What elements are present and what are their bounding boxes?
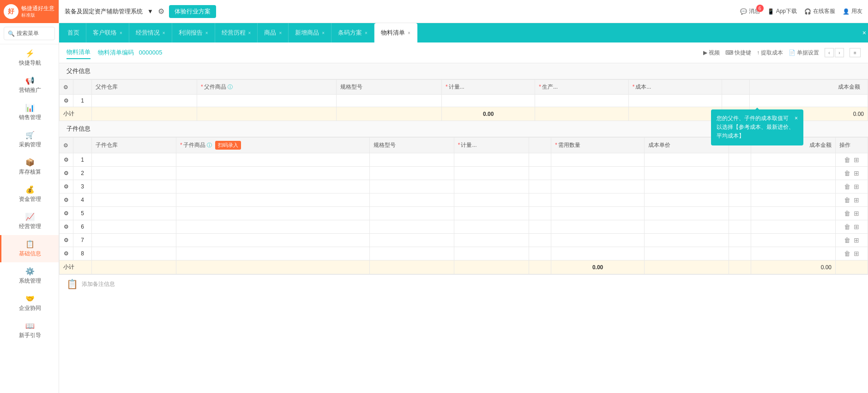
- parent-row-product[interactable]: [197, 95, 337, 107]
- copy-icon-3[interactable]: ⊞: [854, 183, 859, 190]
- tab-item-8[interactable]: 物料清单×: [374, 23, 417, 42]
- copy-icon-8[interactable]: ⊞: [854, 250, 859, 257]
- copy-icon-6[interactable]: ⊞: [854, 223, 859, 230]
- delete-icon-4[interactable]: 🗑: [844, 196, 850, 204]
- tab-close-7[interactable]: ×: [365, 30, 368, 36]
- child-row-warehouse-7[interactable]: [92, 234, 176, 247]
- child-row-need-qty-5[interactable]: [551, 207, 645, 220]
- child-row-warehouse-5[interactable]: [92, 207, 176, 220]
- child-row-unit-cost-4[interactable]: [644, 193, 729, 207]
- child-row-product-2[interactable]: [176, 167, 370, 180]
- copy-icon-4[interactable]: ⊞: [854, 196, 859, 204]
- tabbar-close-all[interactable]: ×: [859, 29, 866, 36]
- tab-item-2[interactable]: 经营情况×: [129, 23, 172, 42]
- delete-icon-3[interactable]: 🗑: [844, 183, 850, 190]
- tab-close-1[interactable]: ×: [120, 30, 122, 36]
- parent-row-settings[interactable]: ⚙: [60, 95, 73, 107]
- child-row-measure-4[interactable]: [454, 193, 529, 207]
- copy-icon-2[interactable]: ⊞: [854, 169, 859, 177]
- parent-row-measure[interactable]: [441, 95, 535, 107]
- experience-button[interactable]: 体验行业方案: [169, 5, 216, 18]
- child-row-unit-cost-5[interactable]: [644, 207, 729, 220]
- sidebar-item-2[interactable]: 📢营销推广: [0, 72, 59, 99]
- child-row-settings-6[interactable]: ⚙: [60, 220, 73, 234]
- child-row-measure-6[interactable]: [454, 220, 529, 234]
- message-button[interactable]: 💬 消息 6: [740, 7, 760, 15]
- child-row-measure-7[interactable]: [454, 234, 529, 247]
- child-row-warehouse-6[interactable]: [92, 220, 176, 234]
- child-row-warehouse-8[interactable]: [92, 247, 176, 260]
- child-row-settings-8[interactable]: ⚙: [60, 247, 73, 260]
- tab-item-5[interactable]: 商品×: [258, 23, 289, 42]
- child-row-warehouse-2[interactable]: [92, 167, 176, 180]
- settings-icon[interactable]: ⚙: [158, 7, 164, 16]
- child-row-product-6[interactable]: [176, 220, 370, 234]
- search-menu-button[interactable]: 🔍 搜索菜单: [4, 27, 55, 40]
- child-row-need-qty-4[interactable]: [551, 193, 645, 207]
- single-settings-button[interactable]: 📄 单据设置: [789, 49, 819, 57]
- parent-row-warehouse[interactable]: [92, 95, 197, 107]
- list-view-button[interactable]: ≡: [850, 48, 861, 57]
- child-row-unit-cost-7[interactable]: [644, 234, 729, 247]
- shortcut-button[interactable]: ⌨ 快捷键: [725, 49, 751, 57]
- sidebar-item-8[interactable]: 📋基础信息: [0, 235, 59, 262]
- sidebar-item-6[interactable]: 💰资金管理: [0, 181, 59, 208]
- sidebar-item-4[interactable]: 🛒采购管理: [0, 126, 59, 153]
- child-row-product-7[interactable]: [176, 234, 370, 247]
- tab-close-3[interactable]: ×: [205, 30, 208, 36]
- copy-icon-1[interactable]: ⊞: [854, 156, 859, 163]
- child-row-settings-2[interactable]: ⚙: [60, 167, 73, 180]
- subheader-tab-main[interactable]: 物料清单: [66, 46, 90, 59]
- child-row-settings-3[interactable]: ⚙: [60, 180, 73, 193]
- child-row-product-3[interactable]: [176, 180, 370, 193]
- delete-icon-2[interactable]: 🗑: [844, 169, 850, 177]
- tab-item-0[interactable]: 首页: [61, 23, 86, 42]
- child-row-settings-7[interactable]: ⚙: [60, 234, 73, 247]
- child-row-measure-3[interactable]: [454, 180, 529, 193]
- child-row-warehouse-4[interactable]: [92, 193, 176, 207]
- child-row-measure-2[interactable]: [454, 167, 529, 180]
- child-row-measure-5[interactable]: [454, 207, 529, 220]
- extract-cost-button[interactable]: ↑ 提取成本: [757, 49, 783, 57]
- sidebar-item-10[interactable]: 🤝企业协同: [0, 290, 59, 317]
- sidebar-item-11[interactable]: 📖新手引导: [0, 317, 59, 344]
- child-row-product-1[interactable]: [176, 153, 370, 167]
- delete-icon-6[interactable]: 🗑: [844, 223, 850, 230]
- delete-icon-5[interactable]: 🗑: [844, 210, 850, 217]
- sidebar-item-5[interactable]: 📦库存核算: [0, 153, 59, 181]
- app-download-button[interactable]: 📱 App下载: [767, 7, 797, 15]
- tab-close-8[interactable]: ×: [408, 30, 410, 36]
- tab-close-4[interactable]: ×: [248, 30, 251, 36]
- parent-row-cost[interactable]: [628, 95, 722, 107]
- child-row-need-qty-7[interactable]: [551, 234, 645, 247]
- tab-item-1[interactable]: 客户联络×: [86, 23, 129, 42]
- child-row-settings-4[interactable]: ⚙: [60, 193, 73, 207]
- child-row-unit-cost-1[interactable]: [644, 153, 729, 167]
- tab-item-3[interactable]: 利润报告×: [172, 23, 215, 42]
- nav-prev-button[interactable]: ‹: [825, 48, 834, 57]
- user-avatar[interactable]: 👤 用友: [843, 7, 862, 15]
- child-row-unit-cost-2[interactable]: [644, 167, 729, 180]
- child-row-unit-cost-3[interactable]: [644, 180, 729, 193]
- tab-close-5[interactable]: ×: [279, 30, 282, 36]
- child-row-settings-1[interactable]: ⚙: [60, 153, 73, 167]
- delete-icon-7[interactable]: 🗑: [844, 236, 850, 244]
- copy-icon-7[interactable]: ⊞: [854, 236, 859, 244]
- child-row-product-8[interactable]: [176, 247, 370, 260]
- copy-icon-5[interactable]: ⊞: [854, 210, 859, 217]
- child-col-settings[interactable]: ⚙: [60, 138, 73, 153]
- system-dropdown[interactable]: ▼: [147, 8, 153, 15]
- sidebar-item-3[interactable]: 📊销售管理: [0, 99, 59, 126]
- child-row-need-qty-2[interactable]: [551, 167, 645, 180]
- child-row-measure-8[interactable]: [454, 247, 529, 260]
- scan-button[interactable]: 扫码录入: [215, 141, 241, 150]
- tab-item-4[interactable]: 经营历程×: [215, 23, 258, 42]
- sidebar-item-1[interactable]: ⚡快捷导航: [0, 44, 59, 72]
- child-row-unit-cost-6[interactable]: [644, 220, 729, 234]
- tab-item-7[interactable]: 条码方案×: [332, 23, 374, 42]
- online-service-button[interactable]: 🎧 在线客服: [804, 7, 835, 15]
- child-row-product-4[interactable]: [176, 193, 370, 207]
- delete-icon-1[interactable]: 🗑: [844, 156, 850, 163]
- sidebar-item-9[interactable]: ⚙️系统管理: [0, 262, 59, 290]
- child-row-need-qty-6[interactable]: [551, 220, 645, 234]
